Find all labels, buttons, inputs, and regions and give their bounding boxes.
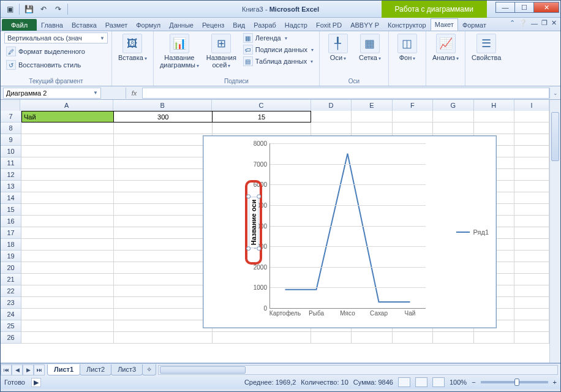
row-header-23[interactable]: 23 bbox=[1, 297, 21, 309]
cell[interactable] bbox=[352, 123, 392, 134]
cell[interactable] bbox=[514, 204, 549, 216]
cell[interactable] bbox=[514, 297, 549, 309]
tab-abbyy[interactable]: ABBYY P bbox=[346, 19, 383, 31]
help-icon[interactable]: ❔ bbox=[519, 19, 527, 27]
view-page-layout-icon[interactable] bbox=[415, 377, 427, 387]
cell[interactable] bbox=[213, 123, 311, 134]
excel-icon[interactable]: ▣ bbox=[3, 3, 17, 15]
cell[interactable] bbox=[114, 134, 213, 146]
tab-view[interactable]: Вид bbox=[228, 19, 249, 31]
row-header-14[interactable]: 14 bbox=[1, 192, 21, 204]
cell[interactable] bbox=[514, 262, 549, 274]
cell[interactable] bbox=[114, 204, 213, 216]
tab-data[interactable]: Данные bbox=[165, 19, 198, 31]
cell[interactable] bbox=[213, 332, 311, 344]
zoom-out-button[interactable]: − bbox=[472, 379, 475, 386]
tab-layout-chart[interactable]: Макет bbox=[431, 18, 458, 31]
cell[interactable] bbox=[114, 181, 213, 192]
expand-formula-bar-icon[interactable]: ⌄ bbox=[549, 88, 560, 99]
cell[interactable] bbox=[514, 146, 549, 157]
row-header-20[interactable]: 20 bbox=[1, 262, 21, 274]
col-header-D[interactable]: D bbox=[311, 100, 352, 111]
tab-home[interactable]: Главна bbox=[37, 19, 67, 31]
vertical-axis-title[interactable]: Название оси bbox=[249, 197, 258, 248]
cell[interactable] bbox=[514, 274, 549, 285]
cell[interactable] bbox=[21, 216, 114, 227]
cell[interactable] bbox=[21, 204, 114, 216]
cell[interactable] bbox=[21, 251, 114, 262]
cell[interactable] bbox=[21, 297, 114, 309]
cell[interactable]: Чай bbox=[21, 111, 114, 123]
col-header-H[interactable]: H bbox=[474, 100, 514, 111]
sheet-nav-prev-icon[interactable]: ◀ bbox=[12, 364, 23, 375]
redo-icon[interactable]: ↷ bbox=[51, 3, 65, 15]
chart-element-dropdown[interactable]: Вертикальная ось (знач▼ bbox=[4, 32, 108, 43]
row-header-8[interactable]: 8 bbox=[1, 123, 21, 134]
cell[interactable] bbox=[114, 157, 213, 169]
cell[interactable] bbox=[21, 262, 114, 274]
row-header-21[interactable]: 21 bbox=[1, 274, 21, 285]
cell[interactable] bbox=[433, 111, 473, 123]
cell[interactable] bbox=[114, 169, 213, 181]
tab-page-layout[interactable]: Размет bbox=[101, 19, 132, 31]
plot-area[interactable]: 010002000300040005000600070008000Картофе… bbox=[269, 143, 426, 308]
analysis-button[interactable]: 📈Анализ▾ bbox=[430, 32, 461, 63]
cell[interactable] bbox=[21, 320, 114, 332]
minimize-button[interactable]: — bbox=[495, 2, 515, 13]
gridlines-button[interactable]: ▦Сетка▾ bbox=[355, 32, 385, 63]
cell[interactable] bbox=[352, 332, 392, 344]
tab-insert[interactable]: Вставка bbox=[67, 19, 101, 31]
cell[interactable] bbox=[474, 123, 514, 134]
sheet-nav-first-icon[interactable]: ⏮ bbox=[1, 364, 12, 375]
cell[interactable] bbox=[352, 111, 392, 123]
row-header-16[interactable]: 16 bbox=[1, 216, 21, 227]
data-labels-button[interactable]: 🏷Подписи данных▾ bbox=[241, 44, 315, 55]
background-button[interactable]: ◫Фон▾ bbox=[393, 32, 422, 63]
cell[interactable] bbox=[514, 227, 549, 239]
cell[interactable] bbox=[514, 216, 549, 227]
chart-object[interactable]: 010002000300040005000600070008000Картофе… bbox=[203, 135, 497, 328]
cell[interactable] bbox=[114, 309, 213, 320]
save-icon[interactable]: 💾 bbox=[22, 3, 36, 15]
col-header-E[interactable]: E bbox=[352, 100, 392, 111]
tab-file[interactable]: Файл bbox=[2, 19, 37, 31]
row-header-18[interactable]: 18 bbox=[1, 239, 21, 251]
cell[interactable] bbox=[514, 192, 549, 204]
scrollbar-thumb[interactable] bbox=[551, 112, 559, 161]
axes-button[interactable]: ╀Оси▾ bbox=[323, 32, 353, 63]
cell[interactable] bbox=[21, 239, 114, 251]
row-header-15[interactable]: 15 bbox=[1, 204, 21, 216]
tab-developer[interactable]: Разраб bbox=[249, 19, 280, 31]
cell[interactable] bbox=[393, 332, 433, 344]
cell[interactable]: 15 bbox=[213, 111, 311, 123]
col-header-F[interactable]: F bbox=[393, 100, 433, 111]
cell[interactable] bbox=[514, 285, 549, 297]
row-header-25[interactable]: 25 bbox=[1, 320, 21, 332]
row-header-11[interactable]: 11 bbox=[1, 157, 21, 169]
doc-restore-icon[interactable]: ❐ bbox=[541, 19, 548, 27]
row-header-17[interactable]: 17 bbox=[1, 227, 21, 239]
row-headers[interactable]: 7891011121314151617181920212223242526 bbox=[1, 111, 21, 344]
cell[interactable] bbox=[514, 181, 549, 192]
sheet-tab-2[interactable]: Лист2 bbox=[80, 364, 111, 375]
cell[interactable] bbox=[114, 216, 213, 227]
view-page-break-icon[interactable] bbox=[432, 377, 445, 387]
row-header-19[interactable]: 19 bbox=[1, 251, 21, 262]
minimize-ribbon-icon[interactable]: ⌃ bbox=[510, 19, 515, 27]
cell[interactable] bbox=[311, 332, 352, 344]
cell[interactable] bbox=[114, 123, 213, 134]
chart-title-button[interactable]: 📊Название диаграммы▾ bbox=[157, 32, 201, 70]
cell[interactable] bbox=[114, 251, 213, 262]
name-box[interactable]: Диаграмма 2▼ bbox=[3, 88, 101, 99]
sheet-tab-3[interactable]: Лист3 bbox=[111, 364, 143, 375]
undo-icon[interactable]: ↶ bbox=[37, 3, 50, 15]
fx-icon[interactable]: fx bbox=[126, 88, 143, 99]
cell[interactable] bbox=[21, 332, 114, 344]
doc-close-icon[interactable]: ✕ bbox=[551, 19, 557, 27]
cell[interactable] bbox=[514, 309, 549, 320]
cell[interactable] bbox=[21, 134, 114, 146]
formula-input[interactable] bbox=[143, 88, 549, 99]
cell[interactable] bbox=[114, 239, 213, 251]
column-headers[interactable]: ABCDEFGHI bbox=[1, 100, 549, 111]
cell[interactable] bbox=[514, 239, 549, 251]
